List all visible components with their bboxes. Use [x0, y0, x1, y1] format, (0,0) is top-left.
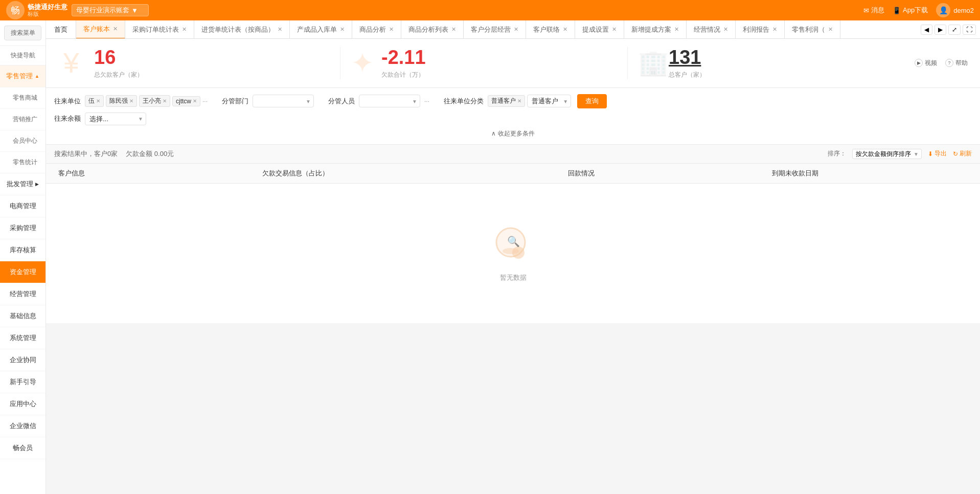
- tab-close-customer-ledger[interactable]: ✕: [113, 26, 118, 32]
- video-btn[interactable]: ▶ 视频: [915, 59, 937, 68]
- tab-close-commission[interactable]: ✕: [612, 26, 617, 33]
- tab-close-profit[interactable]: ✕: [772, 26, 777, 33]
- tab-customer-layer[interactable]: 客户分层经营 ✕: [464, 20, 526, 39]
- person-more-btn[interactable]: ···: [424, 98, 429, 105]
- search-results-label: 搜索结果中，客户0家: [54, 149, 118, 159]
- sidebar-item-wechat[interactable]: 企业微信: [0, 415, 45, 437]
- tab-fullscreen-btn[interactable]: ⛶: [963, 25, 976, 35]
- tab-close-business[interactable]: ✕: [723, 26, 728, 33]
- sort-select[interactable]: 按欠款金额倒序排序: [852, 149, 922, 159]
- unit-tag-cjttcw-close[interactable]: ✕: [193, 98, 197, 104]
- table-header: 客户信息 欠款交易信息（占比） 回款情况 到期未收款日期: [46, 164, 980, 184]
- stat-value-2: -2.11: [381, 47, 426, 69]
- message-icon: ✉: [863, 7, 869, 14]
- help-icon: ?: [945, 59, 953, 67]
- sidebar-item-app-center[interactable]: 应用中心: [0, 393, 45, 415]
- tab-expand-btn[interactable]: ⤢: [948, 25, 961, 35]
- stat-value-3: 131: [669, 47, 705, 69]
- tab-product-inbound[interactable]: 产成品入库单 ✕: [290, 20, 352, 39]
- video-icon: ▶: [915, 59, 923, 67]
- tab-bar: 首页 客户账本 ✕ 采购订单统计表 ✕ 进货单统计表（按商品） ✕ 产成品入库单…: [46, 20, 980, 39]
- sidebar-item-marketing[interactable]: 营销推广: [0, 109, 45, 130]
- col-header-customer: 客户信息: [54, 169, 258, 178]
- sidebar-item-guide[interactable]: 新手引导: [0, 371, 45, 393]
- sidebar-item-enterprise[interactable]: 企业协同: [0, 349, 45, 371]
- tab-close-product[interactable]: ✕: [340, 26, 345, 33]
- right-panel: 首页 客户账本 ✕ 采购订单统计表 ✕ 进货单统计表（按商品） ✕ 产成品入库单…: [46, 20, 980, 494]
- messages-btn[interactable]: ✉ 消息: [863, 6, 884, 15]
- tab-product-analysis[interactable]: 商品分析 ✕: [352, 20, 401, 39]
- tab-close-analysis[interactable]: ✕: [389, 26, 394, 33]
- tab-new-commission[interactable]: 新增提成方案 ✕: [624, 20, 687, 39]
- tab-close-analysis-list[interactable]: ✕: [451, 26, 456, 33]
- tab-commission-settings[interactable]: 提成设置 ✕: [575, 20, 624, 39]
- sidebar-item-ecommerce[interactable]: 电商管理: [0, 195, 45, 217]
- unit-category-tag-close[interactable]: ✕: [517, 98, 521, 104]
- sidebar-item-finance[interactable]: 资金管理: [0, 261, 45, 283]
- sidebar-item-member2[interactable]: 畅会员: [0, 437, 45, 459]
- unit-tag-wang-close[interactable]: ✕: [163, 98, 167, 104]
- balance-select-wrapper: 选择...: [85, 113, 146, 125]
- help-btn[interactable]: ? 帮助: [945, 59, 968, 68]
- tab-business-status[interactable]: 经营情况 ✕: [687, 20, 736, 39]
- sort-select-wrapper: 按欠款金额倒序排序: [852, 149, 922, 159]
- empty-state: 🔍 暂无数据: [46, 184, 980, 323]
- app-download-btn[interactable]: 📱 App下载: [893, 6, 928, 15]
- unit-more-btn[interactable]: ···: [202, 98, 208, 105]
- unit-tag-wu-close[interactable]: ✕: [96, 98, 100, 104]
- tab-retail-profit[interactable]: 零售利润（ ✕: [785, 20, 840, 39]
- unit-category-select-wrapper: 普通客户: [527, 95, 571, 107]
- tab-home[interactable]: 首页: [46, 20, 76, 39]
- sidebar-item-inventory[interactable]: 库存核算: [0, 239, 45, 261]
- person-select[interactable]: [359, 95, 420, 107]
- tab-close-purchase-stats[interactable]: ✕: [278, 26, 282, 33]
- dept-select[interactable]: [253, 95, 314, 107]
- unit-tag-wang: 王小亮 ✕: [139, 95, 170, 107]
- refresh-btn[interactable]: ↻ 刷新: [953, 149, 972, 158]
- tab-close-retail[interactable]: ✕: [828, 26, 833, 33]
- tab-next-btn[interactable]: ▶: [935, 25, 946, 35]
- search-btn[interactable]: 查询: [577, 94, 607, 108]
- tab-customer-ledger[interactable]: 客户账本 ✕: [76, 20, 125, 39]
- unit-category-filter: 往来单位分类 普通客户 ✕ 普通客户: [444, 95, 571, 107]
- search-menu-btn[interactable]: 搜索菜单: [4, 26, 41, 40]
- sidebar-item-operations[interactable]: 经营管理: [0, 283, 45, 305]
- tab-close-customer-layer[interactable]: ✕: [514, 26, 518, 33]
- tab-purchase-order[interactable]: 采购订单统计表 ✕: [125, 20, 194, 39]
- sidebar-item-purchase[interactable]: 采购管理: [0, 217, 45, 239]
- sidebar-item-wholesale[interactable]: 批发管理 ▶: [0, 173, 45, 195]
- quick-nav-btn[interactable]: 快捷导航: [0, 46, 45, 65]
- sidebar-item-member[interactable]: 会员中心: [0, 130, 45, 152]
- logo-subtext: 标版: [28, 11, 67, 17]
- unit-tag-wu: 伍 ✕: [85, 95, 104, 107]
- person-filter-label: 分管人员: [328, 97, 355, 106]
- unit-tag-chen-close[interactable]: ✕: [129, 98, 133, 104]
- collapse-btn[interactable]: ∧ 收起更多条件: [491, 129, 535, 138]
- sidebar-search-section: 搜索菜单: [0, 20, 45, 46]
- sidebar-item-retail-stats[interactable]: 零售统计: [0, 152, 45, 173]
- tab-prev-btn[interactable]: ◀: [921, 25, 932, 35]
- tab-purchase-stats[interactable]: 进货单统计表（按商品） ✕: [194, 20, 290, 39]
- tab-customer-contact[interactable]: 客户联络 ✕: [526, 20, 575, 39]
- export-btn[interactable]: ⬇ 导出: [928, 149, 947, 158]
- user-avatar[interactable]: 👤 demo2: [936, 3, 974, 17]
- col-header-repayment: 回款情况: [564, 169, 768, 178]
- sidebar-item-retail-mall[interactable]: 零售商城: [0, 87, 45, 109]
- dept-filter: 分管部门: [222, 95, 314, 107]
- unit-category-select[interactable]: 普通客户: [527, 95, 571, 107]
- stat-label-1: 总欠款客户（家）: [94, 71, 143, 79]
- tab-product-analysis-list[interactable]: 商品分析列表 ✕: [401, 20, 464, 39]
- unit-tags: 伍 ✕ 陈民强 ✕ 王小亮 ✕: [85, 95, 208, 107]
- tab-close-purchase[interactable]: ✕: [182, 26, 187, 33]
- tab-profit-report[interactable]: 利润报告 ✕: [736, 20, 785, 39]
- sidebar-item-retail-mgmt[interactable]: 零售管理 ▲: [0, 65, 45, 87]
- tab-close-new-commission[interactable]: ✕: [674, 26, 679, 33]
- tab-close-contact[interactable]: ✕: [563, 26, 567, 33]
- person-select-wrapper: [359, 95, 420, 107]
- balance-select[interactable]: 选择...: [85, 113, 146, 125]
- sidebar-item-basic-info[interactable]: 基础信息: [0, 305, 45, 327]
- top-bar: 畅 畅捷通好生意 标版 母婴行业演示账套 ▼ ✉ 消息 📱 App下载: [0, 0, 980, 20]
- sidebar-item-system[interactable]: 系统管理: [0, 327, 45, 349]
- org-selector[interactable]: 母婴行业演示账套 ▼: [72, 4, 149, 16]
- results-bar-right: 排序： 按欠款金额倒序排序 ⬇ 导出 ↻ 刷新: [828, 149, 972, 159]
